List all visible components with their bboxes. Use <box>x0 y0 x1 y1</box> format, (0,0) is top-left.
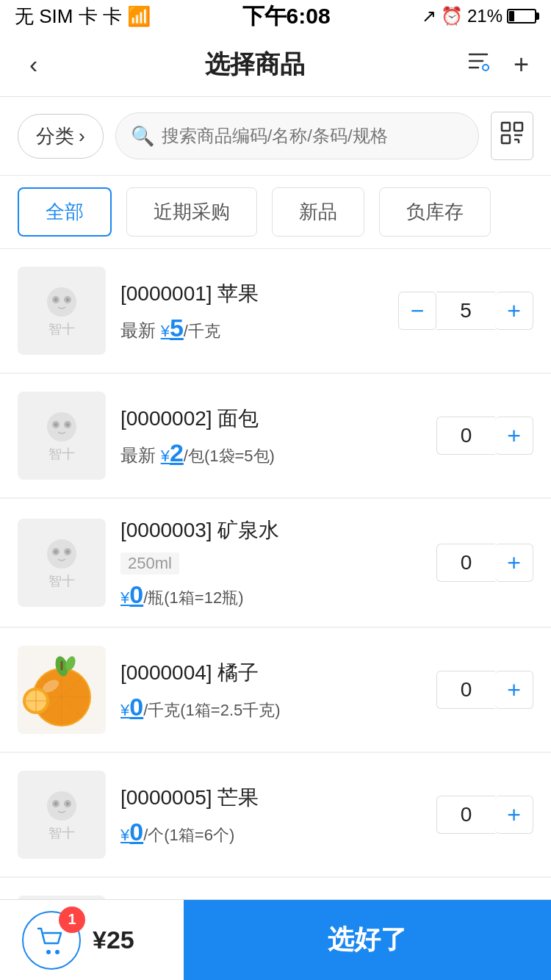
product-price: ¥0/瓶(1箱=12瓶) <box>120 580 422 609</box>
svg-point-10 <box>47 287 76 317</box>
tab-bar: 全部 近期采购 新品 负库存 <box>0 176 551 249</box>
svg-rect-5 <box>514 123 522 131</box>
quantity-input[interactable] <box>436 417 495 455</box>
quantity-control: + <box>436 796 533 834</box>
product-name: [0000003] 矿泉水 <box>120 516 422 544</box>
chevron-right-icon: › <box>79 125 85 148</box>
tab-all[interactable]: 全部 <box>18 187 112 237</box>
quantity-increase-button[interactable]: + <box>495 796 533 834</box>
quantity-increase-button[interactable]: + <box>495 292 533 330</box>
list-item: 智十 [0000002] 面包 最新 ¥2/包(1袋=5包) + <box>0 374 551 497</box>
cart-icon[interactable]: 1 <box>22 911 81 970</box>
svg-point-13 <box>54 298 57 301</box>
product-list: 智十 [0000001] 苹果 最新 ¥5/千克 − + <box>0 249 551 980</box>
quantity-input[interactable] <box>436 796 495 834</box>
tab-negative[interactable]: 负库存 <box>379 187 491 237</box>
product-info: [0000002] 面包 最新 ¥2/包(1袋=5包) <box>120 405 422 467</box>
product-thumbnail: 智十 <box>18 519 106 607</box>
quantity-input[interactable] <box>436 292 495 330</box>
svg-point-24 <box>66 550 69 553</box>
product-price: ¥0/个(1箱=6个) <box>120 818 422 846</box>
product-price: ¥0/千克(1箱=2.5千克) <box>120 693 422 721</box>
svg-point-3 <box>483 65 489 71</box>
nav-bar: ‹ 选择商品 + <box>0 32 551 97</box>
cart-total: ¥25 <box>93 926 134 954</box>
list-item: 智十 [0000001] 苹果 最新 ¥5/千克 − + <box>0 249 551 372</box>
bottom-bar: 1 ¥25 选好了 <box>0 899 551 980</box>
svg-point-43 <box>54 802 57 805</box>
product-name: [0000005] 芒果 <box>120 784 422 812</box>
product-price: 最新 ¥2/包(1袋=5包) <box>120 439 422 467</box>
alarm-icon: ⏰ <box>441 6 463 26</box>
svg-point-51 <box>46 950 51 954</box>
cart-badge: 1 <box>59 907 85 933</box>
product-info: [0000004] 橘子 ¥0/千克(1箱=2.5千克) <box>120 659 422 721</box>
product-spec: 250ml <box>120 552 179 574</box>
status-time: 下午6:08 <box>242 1 331 32</box>
filter-icon[interactable] <box>465 48 491 81</box>
category-button[interactable]: 分类 › <box>18 114 104 159</box>
quantity-increase-button[interactable]: + <box>495 544 533 582</box>
svg-rect-6 <box>502 135 510 143</box>
svg-point-14 <box>66 298 69 301</box>
search-icon: 🔍 <box>131 125 154 148</box>
svg-point-20 <box>47 539 76 569</box>
product-name: [0000004] 橘子 <box>120 659 422 687</box>
svg-point-15 <box>47 412 76 442</box>
quantity-control: + <box>436 671 533 709</box>
quantity-control: + <box>436 417 533 455</box>
scan-button[interactable] <box>491 112 533 160</box>
battery-icon <box>507 9 536 24</box>
list-item: 智十 [0000003] 矿泉水 250ml ¥0/瓶(1箱=12瓶) + <box>0 499 551 627</box>
quantity-decrease-button[interactable]: − <box>398 292 436 330</box>
product-price: 最新 ¥5/千克 <box>120 314 383 342</box>
cart-area: 1 ¥25 <box>0 911 184 970</box>
list-item: [0000004] 橘子 ¥0/千克(1箱=2.5千克) + <box>0 628 551 752</box>
filter-bar: 分类 › 🔍 <box>0 97 551 176</box>
location-icon: ↗ <box>422 6 436 26</box>
product-thumbnail: 智十 <box>18 267 106 355</box>
product-info: [0000003] 矿泉水 250ml ¥0/瓶(1箱=12瓶) <box>120 516 422 609</box>
svg-point-44 <box>66 802 69 805</box>
page-title: 选择商品 <box>205 48 305 82</box>
product-info: [0000005] 芒果 ¥0/个(1箱=6个) <box>120 784 422 846</box>
nav-actions: + <box>465 48 529 81</box>
svg-rect-4 <box>502 123 510 131</box>
tab-new[interactable]: 新品 <box>272 187 364 237</box>
product-thumbnail: 智十 <box>18 392 106 480</box>
tab-recent[interactable]: 近期采购 <box>126 187 257 237</box>
svg-point-19 <box>66 423 69 426</box>
svg-point-40 <box>47 791 76 821</box>
search-box: 🔍 <box>115 112 479 159</box>
svg-point-18 <box>54 423 57 426</box>
confirm-button[interactable]: 选好了 <box>184 900 551 981</box>
svg-point-52 <box>55 950 60 954</box>
product-name: [0000002] 面包 <box>120 405 422 433</box>
product-info: [0000001] 苹果 最新 ¥5/千克 <box>120 280 383 342</box>
quantity-input[interactable] <box>436 544 495 582</box>
list-item: 智十 [0000005] 芒果 ¥0/个(1箱=6个) + <box>0 753 551 876</box>
product-name: [0000001] 苹果 <box>120 280 383 308</box>
battery-info: ↗ ⏰ 21% <box>422 6 536 26</box>
search-input[interactable] <box>162 126 464 146</box>
product-thumbnail <box>18 646 106 734</box>
product-thumbnail: 智十 <box>18 771 106 859</box>
quantity-increase-button[interactable]: + <box>495 417 533 455</box>
back-button[interactable]: ‹ <box>22 43 45 86</box>
quantity-control: − + <box>398 292 533 330</box>
add-button[interactable]: + <box>514 49 529 80</box>
quantity-input[interactable] <box>436 671 495 709</box>
quantity-control: + <box>436 544 533 582</box>
wifi-icon: 📶 <box>127 5 151 27</box>
svg-point-23 <box>54 550 57 553</box>
status-bar: 无 SIM 卡 卡 📶 下午6:08 ↗ ⏰ 21% <box>0 0 551 32</box>
quantity-increase-button[interactable]: + <box>495 671 533 709</box>
carrier-info: 无 SIM 卡 卡 📶 <box>15 4 151 29</box>
